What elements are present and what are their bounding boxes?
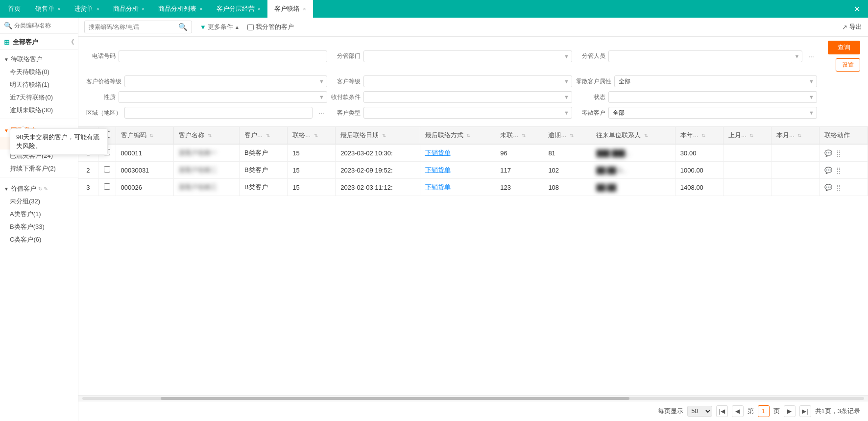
dept-select-wrap: ▼ (363, 50, 572, 62)
last-page-btn[interactable]: ▶| (799, 405, 811, 417)
td-last-method-2[interactable]: 下销货单 (420, 162, 495, 179)
region-input[interactable] (124, 107, 313, 119)
sort-icon-this-month[interactable]: ⇅ (797, 133, 801, 138)
sidebar-item-class-b[interactable]: B类客户(33) (0, 221, 78, 233)
customer-grade-select[interactable] (363, 75, 572, 87)
region-more-btn[interactable]: ··· (315, 109, 327, 117)
sidebar-item-today-contact[interactable]: 今天待联络(0) (0, 66, 78, 78)
td-check-2[interactable] (98, 162, 116, 179)
customer-type-select[interactable] (363, 107, 572, 119)
per-page-label: 每页显示 (658, 407, 683, 416)
dept-select[interactable] (363, 50, 572, 62)
pagination-bar: 每页显示 50 100 200 |◀ ◀ 第 1 页 ▶ ▶| 共1页，3条记录 (78, 401, 868, 421)
td-check-3[interactable] (98, 179, 116, 196)
tab-customer-segment[interactable]: 客户分层经营 × (210, 0, 267, 18)
search-input[interactable] (89, 24, 176, 30)
sort-icon-code[interactable]: ⇅ (149, 133, 153, 138)
action-chat-icon-2[interactable]: 💬 (824, 167, 832, 174)
status-label: 状态 (576, 93, 605, 101)
sort-icon-last-method[interactable]: ⇅ (466, 133, 470, 138)
more-conditions-btn[interactable]: ▼ 更多条件 ▲ (196, 21, 243, 33)
status-select[interactable] (608, 91, 817, 103)
tab-purchase-close[interactable]: × (96, 6, 99, 12)
td-last-method-1[interactable]: 下销货单 (420, 144, 495, 162)
last-method-link-2[interactable]: 下销货单 (425, 166, 451, 173)
sidebar-group-value-title[interactable]: ▼ 价值客户 ↻ ✎ (0, 182, 78, 195)
my-customer-checkbox[interactable] (247, 24, 254, 30)
sort-icon-this-year[interactable]: ⇅ (701, 133, 705, 138)
sidebar-search-input[interactable] (14, 22, 74, 29)
tab-purchase[interactable]: 进货单 × (67, 0, 106, 18)
sort-icon-name[interactable]: ⇅ (208, 133, 212, 138)
filter-cell-dept: 分管部门 ▼ (331, 50, 572, 62)
tab-customer-segment-close[interactable]: × (258, 6, 261, 12)
tab-product-analysis[interactable]: 商品分析 × (106, 0, 151, 18)
scrollbar-thumb[interactable] (161, 397, 630, 400)
tab-sales[interactable]: 销售单 × (28, 0, 67, 18)
bottom-scrollbar[interactable] (78, 395, 868, 401)
th-last-month-label: 上月... (728, 131, 747, 139)
sidebar-collapse-icon[interactable]: 《 (68, 38, 74, 47)
sidebar-item-overdue-contact[interactable]: 逾期未联络(30) (0, 104, 78, 117)
td-last-method-3[interactable]: 下销货单 (420, 179, 495, 196)
sidebar-group-pending-title[interactable]: ▼ 待联络客户 (0, 53, 78, 66)
person-more-btn[interactable]: ··· (805, 52, 817, 60)
action-chat-icon-3[interactable]: 💬 (824, 184, 832, 191)
tab-sales-close[interactable]: × (57, 6, 60, 12)
next-page-btn[interactable]: ▶ (784, 405, 796, 417)
sidebar-root[interactable]: ⊞ 全部客户 《 (0, 34, 78, 50)
query-btn[interactable]: 查询 (828, 41, 860, 54)
row-checkbox-2[interactable] (104, 166, 110, 173)
price-grade-select[interactable] (124, 75, 327, 87)
per-page-select[interactable]: 50 100 200 (687, 406, 712, 417)
sidebar-item-unclassified[interactable]: 未分组(32) (0, 195, 78, 208)
last-method-link-1[interactable]: 下销货单 (425, 149, 451, 156)
td-this-year-1: 30.00 (675, 144, 723, 162)
sidebar-item-week-contact[interactable]: 近7天待联络(0) (0, 91, 78, 104)
tab-customer-contact[interactable]: 客户联络 × (267, 0, 313, 18)
action-more-icon-1[interactable]: ⣿ (836, 149, 841, 157)
action-more-icon-2[interactable]: ⣿ (836, 167, 841, 174)
row-checkbox-3[interactable] (104, 183, 110, 190)
value-edit-icon[interactable]: ✎ (44, 186, 48, 192)
tab-customer-contact-close[interactable]: × (303, 6, 306, 12)
td-action-3: 💬 ⣿ (820, 179, 868, 196)
sidebar-item-recover-down[interactable]: 持续下滑客户(2) (0, 162, 78, 175)
payment-select[interactable] (363, 91, 572, 103)
retail-attr-select[interactable]: 全部 (614, 75, 817, 87)
tab-product-analysis-table-close[interactable]: × (199, 6, 202, 12)
sidebar-item-class-a[interactable]: A类客户(1) (0, 208, 78, 221)
search-icon-btn[interactable]: 🔍 (178, 23, 188, 31)
tab-product-analysis-close[interactable]: × (142, 6, 145, 12)
sidebar-item-class-c[interactable]: C类客户(6) (0, 233, 78, 246)
th-overdue: 逾期... ⇅ (543, 127, 591, 144)
settings-btn[interactable]: 设置 (836, 58, 860, 72)
nature-select[interactable] (119, 91, 327, 103)
td-this-month-3 (772, 179, 820, 196)
sort-icon-contact-count[interactable]: ⇅ (314, 133, 318, 138)
window-close-btn[interactable]: ✕ (846, 4, 868, 14)
scrollbar-track[interactable] (82, 397, 864, 400)
sort-icon-not-contacted[interactable]: ⇅ (522, 133, 526, 138)
last-method-link-3[interactable]: 下销货单 (425, 183, 451, 191)
sort-icon-type[interactable]: ⇅ (266, 133, 270, 138)
prev-page-btn[interactable]: ◀ (732, 405, 744, 417)
sort-icon-company-contact[interactable]: ⇅ (644, 133, 648, 138)
td-num-2: 2 (78, 162, 98, 179)
tab-home[interactable]: 首页 (0, 4, 28, 13)
tab-product-analysis-table[interactable]: 商品分析列表 × (151, 0, 209, 18)
my-customer-check[interactable]: 我分管的客户 (247, 23, 294, 31)
person-select[interactable] (608, 50, 802, 62)
export-btn[interactable]: ↗ 导出 (842, 23, 862, 31)
action-chat-icon-1[interactable]: 💬 (824, 149, 832, 157)
retail-select[interactable]: 全部 (608, 107, 817, 119)
value-refresh-icon[interactable]: ↻ (38, 186, 43, 192)
action-icons-3: 💬 ⣿ (824, 184, 863, 191)
phone-input[interactable] (119, 50, 327, 62)
sidebar-item-tomorrow-contact[interactable]: 明天待联络(1) (0, 78, 78, 91)
first-page-btn[interactable]: |◀ (716, 405, 728, 417)
sort-icon-last-month[interactable]: ⇅ (749, 133, 753, 138)
sort-icon-last-date[interactable]: ⇅ (382, 133, 386, 138)
action-more-icon-3[interactable]: ⣿ (836, 184, 841, 191)
sort-icon-overdue[interactable]: ⇅ (570, 133, 574, 138)
